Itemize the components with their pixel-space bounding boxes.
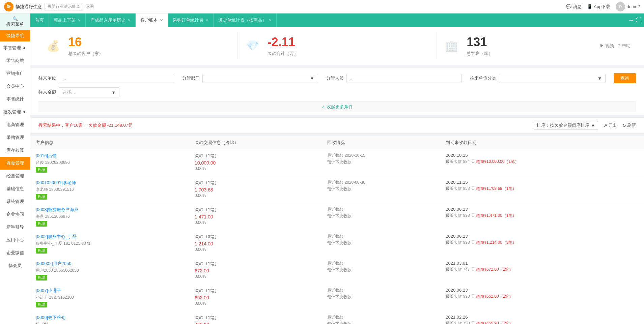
sidebar-item-enterprise-wx[interactable]: 企业微信 [0, 246, 30, 259]
customer-name-1[interactable]: [0001020001]李老师 [36, 180, 184, 186]
recovery-date-2: 最近收款 [327, 207, 435, 212]
sidebar-quick-nav[interactable]: 快捷导航 [0, 30, 30, 41]
overdue-link-6[interactable]: 超期¥455.90（1笔） [476, 321, 513, 324]
customer-sub-3: 服务中心_丁磊 181 0125 8371 [36, 241, 184, 246]
overdue-link-0[interactable]: 超期¥10,000.00（1笔） [476, 159, 519, 164]
sidebar-item-ops-mgmt[interactable]: 经营管理 [0, 170, 30, 182]
sidebar-item-app-center[interactable]: 应用中心 [0, 234, 30, 246]
stat-label-3: 总客户（家） [467, 51, 493, 57]
table-row: [0016]吕俊 吕俊 13026203696 现结 欠款（1笔） 10,000… [30, 149, 644, 176]
filter-row-1: 往来单位 ... 分管部门 ▼ 分管人员 [38, 73, 636, 83]
sidebar-item-finance[interactable]: 资金管理 [0, 157, 30, 170]
tab-maximize-btn[interactable]: ⛶ [636, 17, 641, 23]
tab-production-history[interactable]: 产成品入库单历史 ✕ [86, 13, 136, 27]
cell-customer-5: [0007]小进干 小进干 18279152100 现结 [30, 284, 189, 311]
person-placeholder: ... [350, 76, 354, 81]
sidebar-item-retail-store[interactable]: 零售商城 [0, 54, 30, 67]
sidebar-item-member[interactable]: 会员中心 [0, 80, 30, 93]
sidebar-item-inventory[interactable]: 库存核算 [0, 144, 30, 157]
logo-text: 畅捷通好生意 [16, 4, 42, 10]
person-input[interactable]: ... [346, 74, 462, 83]
overdue-link-4[interactable]: 超期¥672.00（1笔） [476, 267, 513, 272]
customer-name-6[interactable]: [0006]去下粮仓 [36, 315, 184, 321]
filter-group-from-unit: 往来单位 ... [38, 74, 174, 83]
tab-bar-controls: ─ ⛶ [629, 17, 644, 23]
customer-name-2[interactable]: [0003]畅捷服务尹海燕 [36, 207, 184, 213]
app-download-btn[interactable]: 📱 App下载 [587, 4, 610, 10]
logo-area: 好 畅捷通好生意 [4, 2, 42, 11]
tab-product-on-off-close[interactable]: ✕ [78, 18, 81, 23]
cell-customer-6: [0006]去下粮仓 陈小刚 现结 [30, 311, 189, 324]
search-button[interactable]: 查询 [614, 73, 636, 83]
recovery-date-1: 最近收款 2020-06-30 [327, 180, 435, 185]
customer-name-4[interactable]: [000002]用户2050 [36, 261, 184, 267]
sidebar-item-retail-mgmt[interactable]: 零售管理 ▲ [0, 41, 30, 54]
system-title[interactable]: 母婴行业演示账套 [45, 3, 83, 10]
overdue-link-5[interactable]: 超期¥652.00（1笔） [476, 294, 513, 299]
tab-customer-account[interactable]: 客户账本 ✕ [136, 13, 168, 27]
tab-purchase-stats-product-close[interactable]: ✕ [269, 18, 272, 23]
refresh-btn[interactable]: ↻ 刷新 [622, 122, 636, 128]
video-btn[interactable]: ▶ 视频 [600, 43, 614, 49]
sidebar-item-basic-info[interactable]: 基础信息 [0, 182, 30, 195]
sidebar-item-new-guide[interactable]: 新手引导 [0, 221, 30, 234]
cell-due-2: 2020.06.23 最长欠款 998 天 超期¥1,471.00（1笔） [440, 203, 644, 230]
sidebar-item-batch-mgmt[interactable]: 批发管理 ▼ [0, 106, 30, 118]
collapse-bar[interactable]: ∧ 收起更多条件 [38, 101, 636, 112]
due-date-3: 2020.06.23 [446, 234, 639, 239]
tab-purchase-order-stats[interactable]: 采购订单统计表 ✕ [168, 13, 214, 27]
recovery-next-4: 预计下次收款 [327, 267, 435, 273]
finance-label: 资金管理 [6, 160, 24, 166]
overdue-link-1[interactable]: 超期¥1,703.68（1笔） [476, 186, 516, 191]
message-btn[interactable]: 💬 消息 [566, 4, 582, 10]
filter-row-2: 往来余额 选择... ▼ [38, 87, 636, 97]
customer-name-3[interactable]: [0002]服务中心_丁磊 [36, 234, 184, 240]
tab-production-history-close[interactable]: ✕ [128, 18, 131, 23]
balance-chevron: ▼ [111, 90, 116, 95]
overdue-link-2[interactable]: 超期¥1,471.00（1笔） [476, 213, 516, 218]
dept-chevron: ▼ [310, 76, 314, 81]
unit-category-select[interactable]: ▼ [499, 74, 606, 83]
sidebar-search[interactable]: 🔍 搜索菜单 [0, 13, 30, 30]
tab-product-on-off[interactable]: 商品上下架 ✕ [49, 13, 86, 27]
sidebar-item-sys-mgmt[interactable]: 系统管理 [0, 195, 30, 208]
sidebar-item-enterprise[interactable]: 企业协同 [0, 208, 30, 221]
stat-label-1: 总欠款客户（家） [68, 51, 103, 57]
user-area[interactable]: D demo2 [616, 2, 640, 11]
unit-category-chevron: ▼ [597, 76, 602, 81]
overdue-link-3[interactable]: 超期¥1,214.00（3笔） [476, 240, 516, 245]
stat-icon-1: 💰 [44, 36, 63, 55]
customer-badge-3: 现结 [36, 248, 47, 254]
debt-ratio-4: 0.00% [195, 274, 316, 279]
sidebar-item-ecommerce[interactable]: 电商管理 [0, 118, 30, 131]
table-row: [0006]去下粮仓 陈小刚 现结 欠款（1笔） 455.90 0.00% 最近… [30, 311, 644, 324]
balance-select[interactable]: 选择... ▼ [59, 87, 119, 97]
cell-recovery-4: 最近收款 预计下次收款 [322, 257, 440, 284]
video-icon: ▶ [600, 43, 604, 48]
cell-due-0: 2020.10.15 最长欠款 884 天 超期¥10,000.00（1笔） [440, 149, 644, 176]
customer-name-0[interactable]: [0016]吕俊 [36, 153, 184, 159]
overdue-info-2: 最长欠款 998 天 超期¥1,471.00（1笔） [446, 213, 639, 218]
help-btn[interactable]: ? 帮助 [618, 43, 631, 49]
tab-minimize-btn[interactable]: ─ [629, 17, 633, 23]
tab-customer-account-close[interactable]: ✕ [160, 18, 163, 23]
tab-purchase-order-stats-close[interactable]: ✕ [205, 18, 208, 23]
cell-customer-3: [0002]服务中心_丁磊 服务中心_丁磊 181 0125 8371 现结 [30, 230, 189, 257]
retail-stats-label: 零售统计 [6, 96, 24, 102]
stat-value-2: -2.11 [268, 35, 298, 49]
sort-select[interactable]: 排序：按欠款金额倒序排序 ▼ [534, 121, 598, 130]
export-btn[interactable]: ↗ 导出 [604, 122, 617, 128]
sidebar-item-purchase[interactable]: 采购管理 [0, 131, 30, 144]
sidebar-item-vip-member[interactable]: 畅会员 [0, 259, 30, 272]
stat-value-1: 16 [68, 35, 103, 49]
sidebar-item-marketing[interactable]: 营销推广 [0, 67, 30, 80]
customer-name-5[interactable]: [0007]小进干 [36, 288, 184, 294]
tab-home[interactable]: 首页 [30, 13, 49, 27]
tab-purchase-stats-product[interactable]: 进货单统计表（按商品） ✕ [214, 13, 277, 27]
dept-select[interactable]: ▼ [202, 74, 318, 83]
from-unit-input[interactable]: ... [59, 74, 174, 83]
stats-bar: 💰 16 总欠款客户（家） 💎 -2.11 欠款合计（万） 🏢 [30, 27, 644, 65]
avatar: D [616, 2, 625, 11]
sidebar-item-retail-stats[interactable]: 零售统计 [0, 93, 30, 106]
results-amount-value: -21,148.07元 [107, 123, 133, 128]
